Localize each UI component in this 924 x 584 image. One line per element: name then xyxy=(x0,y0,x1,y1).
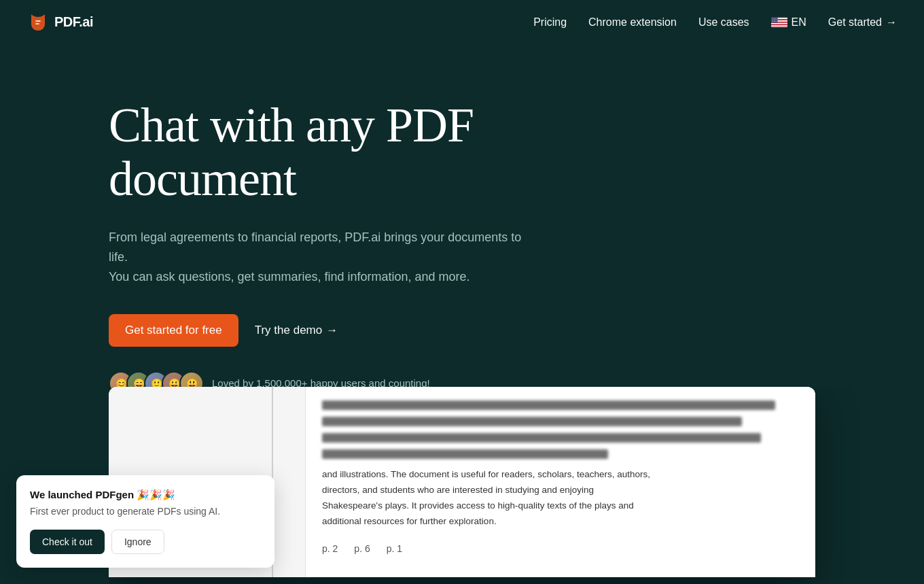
demo-text-line xyxy=(322,449,608,459)
get-started-button[interactable]: Get started for free xyxy=(109,314,238,347)
svg-point-7 xyxy=(774,18,775,18)
nav-chrome-extension[interactable]: Chrome extension xyxy=(588,16,677,29)
page-num-3: p. 1 xyxy=(387,543,402,554)
toast-title: We launched PDFgen 🎉🎉🎉 xyxy=(30,489,261,501)
demo-readable-text: and illustrations. The document is usefu… xyxy=(322,467,799,530)
svg-rect-3 xyxy=(771,22,787,24)
try-demo-label: Try the demo xyxy=(255,324,323,337)
pdf-content-panel: and illustrations. The document is usefu… xyxy=(306,387,815,577)
get-started-link[interactable]: Get started → xyxy=(828,16,897,29)
demo-text-content-3: Shakespeare's plays. It provides access … xyxy=(322,498,799,514)
flag-icon xyxy=(771,17,787,28)
hero-subtitle-line1: From legal agreements to financial repor… xyxy=(109,228,544,267)
svg-point-9 xyxy=(777,18,778,18)
svg-point-17 xyxy=(777,20,778,21)
hero-title: Chat with any PDF document xyxy=(109,99,618,206)
demo-text-line xyxy=(322,400,775,410)
toast-buttons: Check it out Ignore xyxy=(30,530,261,554)
svg-point-11 xyxy=(774,19,775,20)
svg-point-14 xyxy=(772,20,772,21)
demo-arrow-icon: → xyxy=(326,324,338,337)
navbar: PDF.ai Pricing Chrome extension Use case… xyxy=(0,0,924,44)
logo-icon xyxy=(27,12,49,33)
ignore-button[interactable]: Ignore xyxy=(111,530,164,554)
svg-point-8 xyxy=(775,18,776,18)
demo-text-line xyxy=(322,417,742,426)
toast-notification: We launched PDFgen 🎉🎉🎉 First ever produc… xyxy=(16,475,274,568)
page-num-1: p. 2 xyxy=(322,543,338,554)
hero-buttons: Get started for free Try the demo → xyxy=(109,314,897,347)
logo[interactable]: PDF.ai xyxy=(27,12,93,33)
page-num-2: p. 6 xyxy=(354,543,370,554)
hero-subtitle-line2: You can ask questions, get summaries, fi… xyxy=(109,267,544,287)
try-demo-link[interactable]: Try the demo → xyxy=(255,324,338,337)
demo-text-content-1: and illustrations. The document is usefu… xyxy=(322,467,799,483)
get-started-label: Get started xyxy=(828,16,882,29)
nav-links: Pricing Chrome extension Use cases xyxy=(533,16,897,29)
demo-text-line xyxy=(322,433,761,443)
toast-description: First ever product to generate PDFs usin… xyxy=(30,505,261,519)
nav-use-cases[interactable]: Use cases xyxy=(698,16,749,29)
hero-section: Chat with any PDF document From legal ag… xyxy=(0,44,924,396)
demo-text-content-4: additional resources for further explora… xyxy=(322,514,799,530)
svg-point-12 xyxy=(775,19,776,20)
svg-point-13 xyxy=(777,19,778,20)
svg-rect-4 xyxy=(771,25,787,27)
nav-pricing[interactable]: Pricing xyxy=(533,16,567,29)
lang-label: EN xyxy=(792,16,806,29)
language-selector[interactable]: EN xyxy=(771,16,806,29)
svg-point-10 xyxy=(772,19,772,20)
svg-point-6 xyxy=(772,18,772,18)
check-it-out-button[interactable]: Check it out xyxy=(30,530,105,554)
arrow-icon: → xyxy=(886,16,897,29)
svg-point-16 xyxy=(775,20,776,21)
demo-page-numbers: p. 2 p. 6 p. 1 xyxy=(322,543,799,554)
demo-text-content-2: directors, and students who are interest… xyxy=(322,483,799,498)
svg-point-15 xyxy=(774,20,775,21)
logo-text: PDF.ai xyxy=(54,14,93,30)
hero-subtitle: From legal agreements to financial repor… xyxy=(109,228,544,286)
